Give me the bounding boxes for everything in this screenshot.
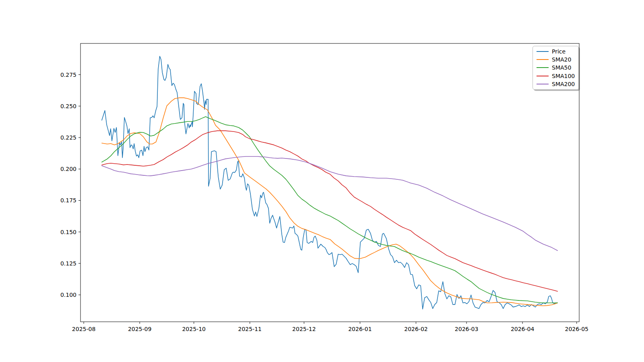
y-axis: 0.1000.1250.1500.1750.2000.2250.2500.275 [60, 72, 80, 298]
legend-label-sma50: SMA50 [552, 65, 571, 70]
sma200-line [102, 156, 557, 251]
sma20-line [102, 98, 557, 306]
y-tick-label: 0.275 [60, 72, 76, 78]
legend-item-sma50: SMA50 [537, 64, 575, 72]
legend-label-sma20: SMA20 [552, 57, 571, 62]
legend-line-sample-sma20 [537, 59, 549, 60]
x-tick-label: 2026-02 [404, 326, 428, 332]
x-tick-label: 2026-04 [511, 326, 535, 332]
y-tick-label: 0.150 [60, 229, 76, 235]
y-tick-label: 0.250 [60, 103, 76, 109]
sma50-line [102, 117, 557, 303]
legend-item-sma200: SMA200 [537, 80, 575, 88]
legend-line-sample-sma200 [537, 84, 549, 84]
x-tick-label: 2025-12 [292, 326, 316, 332]
legend-item-price: Price [537, 47, 575, 56]
y-tick-label: 0.225 [60, 134, 76, 141]
x-tick-label: 2026-03 [455, 326, 479, 332]
chart-legend: Price SMA20 SMA50 SMA100 SMA200 [533, 46, 579, 90]
legend-label-sma200: SMA200 [552, 81, 575, 87]
price-line [102, 56, 557, 309]
plot-border [80, 43, 579, 322]
y-tick-label: 0.200 [60, 166, 76, 172]
chart-figure: 2025-082025-092025-102025-112025-122026-… [0, 0, 644, 362]
x-tick-label: 2026-05 [565, 326, 588, 332]
y-tick-label: 0.125 [60, 260, 76, 267]
series-lines [102, 56, 557, 309]
legend-line-sample-sma50 [537, 67, 549, 68]
x-tick-label: 2025-10 [182, 326, 206, 332]
y-tick-label: 0.175 [60, 197, 76, 204]
x-tick-label: 2025-08 [72, 326, 96, 332]
x-axis: 2025-082025-092025-102025-112025-122026-… [72, 322, 588, 332]
sma100-line [102, 131, 557, 291]
legend-item-sma20: SMA20 [537, 56, 575, 64]
x-tick-label: 2025-11 [238, 326, 262, 332]
legend-line-sample-price [537, 51, 549, 52]
y-tick-label: 0.100 [60, 292, 76, 298]
legend-line-sample-sma100 [537, 76, 549, 76]
x-tick-label: 2026-01 [348, 326, 372, 332]
legend-label-price: Price [552, 49, 566, 54]
legend-label-sma100: SMA100 [552, 73, 575, 79]
x-tick-label: 2025-09 [128, 326, 152, 332]
legend-item-sma100: SMA100 [537, 72, 575, 80]
